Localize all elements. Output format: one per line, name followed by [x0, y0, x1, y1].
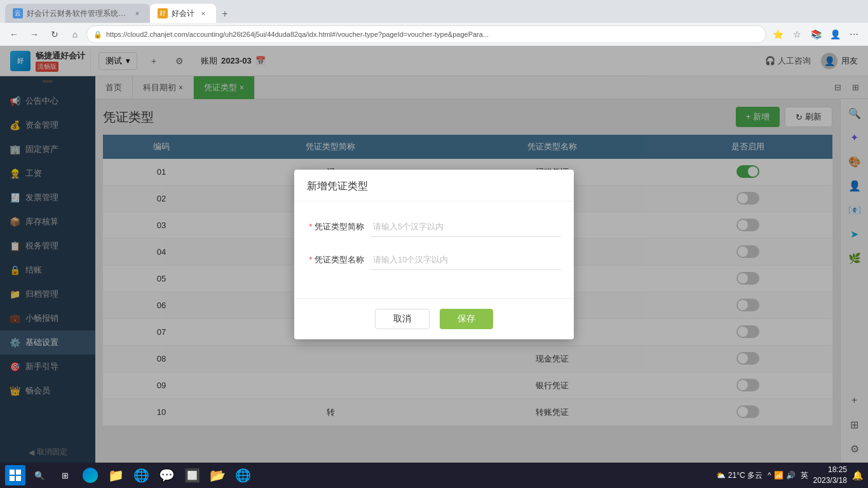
taskbar-edge[interactable]: [79, 464, 102, 487]
notification-icon[interactable]: 🔔: [852, 470, 863, 480]
favorites-button[interactable]: ☆: [788, 25, 806, 43]
refresh-button[interactable]: ↻: [46, 25, 64, 43]
modal-body: * 凭证类型简称 * 凭证类型名称: [294, 201, 574, 298]
taskbar-search[interactable]: 🔍: [28, 464, 51, 487]
taskbar-explorer[interactable]: 📁: [104, 464, 127, 487]
tab-favicon-2: 好: [158, 8, 168, 18]
language-indicator[interactable]: 英: [801, 470, 808, 481]
abbr-label: * 凭证类型简称: [307, 221, 370, 233]
name-form-row: * 凭证类型名称: [307, 250, 561, 270]
extensions-button[interactable]: ⭐: [769, 25, 787, 43]
profile-button[interactable]: 👤: [826, 25, 844, 43]
taskbar-browser-blue[interactable]: 🌐: [231, 464, 254, 487]
taskbar-task-view[interactable]: ⊞: [53, 464, 76, 487]
svg-rect-2: [10, 476, 15, 481]
browser-action-buttons: ⭐ ☆ 📚 👤 ⋯: [769, 25, 863, 43]
collections-button[interactable]: 📚: [807, 25, 825, 43]
wifi-icon: 📶: [774, 471, 783, 480]
browser-tab-2[interactable]: 好 好会计 ×: [150, 4, 216, 23]
tab-close-1[interactable]: ×: [132, 8, 142, 18]
clock-time: 18:25: [813, 464, 847, 475]
network-icon: ^: [768, 471, 771, 480]
cancel-button[interactable]: 取消: [375, 309, 430, 329]
tab-title-2: 好会计: [172, 8, 194, 19]
svg-rect-3: [16, 476, 21, 481]
name-input[interactable]: [370, 250, 561, 270]
browser-tab-1[interactable]: 云 好会计云财务软件管理系统_会计 ×: [5, 4, 150, 23]
tab-favicon-1: 云: [13, 8, 23, 18]
taskbar-right: ⛅ 21°C 多云 ^ 📶 🔊 英 18:25 2023/3/18 🔔: [716, 464, 863, 486]
taskbar-chrome[interactable]: 🌐: [130, 464, 153, 487]
back-button[interactable]: ←: [5, 25, 23, 43]
svg-rect-0: [10, 470, 15, 475]
abbr-input[interactable]: [370, 217, 561, 237]
new-voucher-type-modal: 新增凭证类型 * 凭证类型简称 * 凭证类型名称 取消 保存: [294, 170, 574, 339]
clock-date: 2023/3/18: [813, 475, 847, 486]
modal-footer: 取消 保存: [294, 298, 574, 339]
home-button[interactable]: ⌂: [66, 25, 84, 43]
settings-button[interactable]: ⋯: [845, 25, 863, 43]
lock-icon: 🔒: [93, 30, 102, 39]
abbr-form-row: * 凭证类型简称: [307, 217, 561, 237]
weather-icon: ⛅: [716, 471, 726, 480]
new-tab-button[interactable]: +: [216, 5, 234, 23]
taskbar-wechat[interactable]: 💬: [155, 464, 178, 487]
modal-header: 新增凭证类型: [294, 170, 574, 201]
svg-rect-1: [16, 470, 21, 475]
save-button[interactable]: 保存: [440, 309, 493, 329]
modal-title: 新增凭证类型: [307, 180, 368, 191]
sound-icon: 🔊: [786, 471, 796, 480]
modal-overlay: 新增凭证类型 * 凭证类型简称 * 凭证类型名称 取消 保存: [0, 46, 868, 463]
tab-title-1: 好会计云财务软件管理系统_会计: [27, 8, 128, 19]
name-label: * 凭证类型名称: [307, 254, 370, 266]
taskbar-files[interactable]: 📂: [206, 464, 229, 487]
start-button[interactable]: [5, 465, 25, 485]
network-icons: ^ 📶 🔊: [768, 471, 796, 480]
taskbar-time: 18:25 2023/3/18: [813, 464, 847, 486]
address-bar[interactable]: 🔒 https://cloud2.chanjet.com/accounting/…: [86, 25, 766, 43]
address-text: https://cloud2.chanjet.com/accounting/uh…: [106, 30, 759, 38]
tab-close-2[interactable]: ×: [198, 8, 208, 18]
taskbar: 🔍 ⊞ 📁 🌐 💬 🔲 📂 🌐 ⛅ 21°C 多云 ^ 📶 🔊 英 18:25 …: [0, 463, 868, 488]
weather-text: 21°C 多云: [728, 470, 763, 481]
forward-button[interactable]: →: [25, 25, 43, 43]
weather-info: ⛅ 21°C 多云: [716, 470, 763, 481]
taskbar-apps[interactable]: 🔲: [180, 464, 203, 487]
